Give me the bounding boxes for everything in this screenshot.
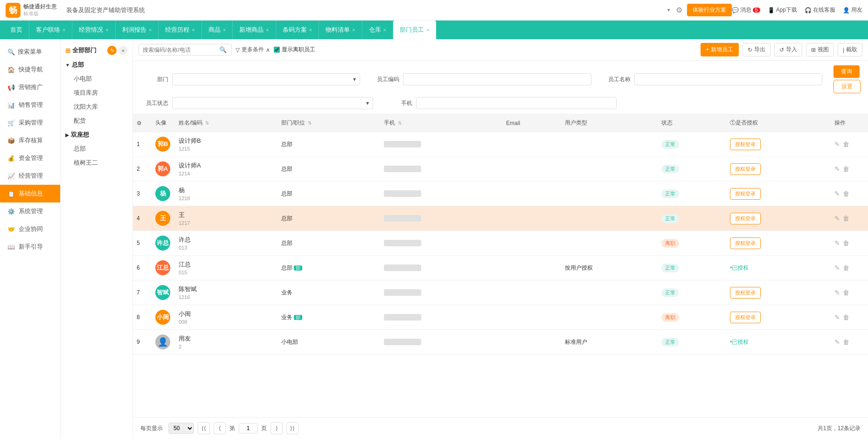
setup-btn[interactable]: 设置 — [833, 80, 861, 93]
message-btn[interactable]: 💬 消息 5 — [732, 6, 760, 14]
auth-login-btn[interactable]: 授权登录 — [730, 312, 761, 323]
sidebar-search[interactable]: 🔍 搜索菜单 — [0, 43, 60, 61]
search-input-wrap[interactable]: 🔍 — [139, 44, 232, 56]
nav-tab-部门员工[interactable]: 部门员工× — [393, 21, 436, 39]
col-phone[interactable]: 手机 ⇅ — [380, 114, 502, 132]
tab-close-icon[interactable]: × — [149, 27, 152, 33]
tab-close-icon[interactable]: × — [223, 27, 226, 33]
dept-child-植树王二[interactable]: 植树王二 — [61, 156, 132, 170]
dept-edit-icon[interactable]: ✎ — [107, 46, 117, 55]
delete-icon[interactable]: 🗑 — [843, 338, 849, 346]
nav-tab-条码方案[interactable]: 条码方案× — [276, 21, 319, 39]
tab-close-icon[interactable]: × — [192, 27, 194, 33]
search-submit-icon[interactable]: 🔍 — [219, 46, 227, 53]
delete-icon[interactable]: 🗑 — [843, 239, 849, 247]
edit-icon[interactable]: ✎ — [834, 239, 840, 247]
sidebar-item-经营管理[interactable]: 📈经营管理 — [0, 167, 60, 185]
edit-icon[interactable]: ✎ — [834, 190, 840, 197]
nav-tab-新增商品[interactable]: 新增商品× — [233, 21, 276, 39]
sidebar-item-快捷导航[interactable]: 🏠快捷导航 — [0, 61, 60, 78]
tab-close-icon[interactable]: × — [266, 27, 269, 33]
sidebar-item-基础信息[interactable]: 📋基础信息 — [0, 185, 60, 202]
delete-icon[interactable]: 🗑 — [843, 165, 849, 173]
tab-close-icon[interactable]: × — [426, 27, 429, 33]
show-resigned-input[interactable] — [274, 47, 280, 53]
tab-close-icon[interactable]: × — [62, 27, 65, 33]
dept-child-项目库房[interactable]: 项目库房 — [61, 86, 132, 100]
delete-icon[interactable]: 🗑 — [843, 215, 849, 222]
auth-login-btn[interactable]: 授权登录 — [730, 237, 761, 249]
nav-tab-利润报告[interactable]: 利润报告× — [116, 21, 159, 39]
tab-close-icon[interactable]: × — [352, 27, 355, 33]
auth-login-btn[interactable]: 授权登录 — [730, 213, 761, 224]
import-btn[interactable]: ↺ 导入 — [774, 43, 802, 56]
sidebar-item-采购管理[interactable]: 🛒采购管理 — [0, 114, 60, 132]
more-btn[interactable]: | 截取 — [838, 43, 862, 56]
show-resigned-checkbox[interactable]: 显示离职员工 — [274, 46, 315, 54]
last-page-btn[interactable]: ⟩⟩ — [286, 422, 299, 434]
tab-close-icon[interactable]: × — [383, 27, 386, 33]
online-service-btn[interactable]: 🎧 在线客服 — [805, 6, 835, 14]
nav-tab-首页[interactable]: 首页 — [4, 21, 29, 39]
nav-tab-商品[interactable]: 商品× — [202, 21, 233, 39]
dept-child-沈阳大库[interactable]: 沈阳大库 — [61, 100, 132, 114]
sidebar-item-新手引导[interactable]: 📖新手引导 — [0, 238, 60, 256]
page-size-select[interactable]: 50 20 100 — [168, 423, 194, 434]
sidebar-item-库存核算[interactable]: 📦库存核算 — [0, 132, 60, 149]
tab-close-icon[interactable]: × — [309, 27, 312, 33]
nav-tab-仓库[interactable]: 仓库× — [362, 21, 393, 39]
dept-collapse-icon[interactable]: « — [118, 46, 128, 55]
dept-child-小电部[interactable]: 小电部 — [61, 72, 132, 86]
page-input[interactable] — [239, 423, 257, 433]
phone-input[interactable] — [416, 97, 617, 109]
delete-icon[interactable]: 🗑 — [843, 314, 849, 321]
edit-icon[interactable]: ✎ — [834, 338, 840, 346]
first-page-btn[interactable]: ⟨⟨ — [198, 422, 210, 434]
delete-icon[interactable]: 🗑 — [843, 140, 849, 148]
dept-child-总部[interactable]: 总部 — [61, 142, 132, 156]
edit-icon[interactable]: ✎ — [834, 140, 840, 148]
sidebar-item-企业协同[interactable]: 🤝企业协同 — [0, 220, 60, 238]
nav-tab-经营情况[interactable]: 经营情况× — [72, 21, 115, 39]
edit-icon[interactable]: ✎ — [834, 289, 840, 296]
view-btn[interactable]: ⊞ 视图 — [806, 43, 834, 56]
dept-parent-总部[interactable]: ▼总部 — [61, 58, 132, 72]
edit-icon[interactable]: ✎ — [834, 314, 840, 321]
dept-parent-双座想[interactable]: ▶双座想 — [61, 128, 132, 142]
auth-login-btn[interactable]: 授权登录 — [730, 163, 761, 175]
auth-login-btn[interactable]: 授权登录 — [730, 287, 761, 299]
prev-page-btn[interactable]: ⟨ — [214, 422, 226, 434]
auth-login-btn[interactable]: 授权登录 — [730, 188, 761, 200]
nav-tab-客户联络[interactable]: 客户联络× — [29, 21, 72, 39]
export-btn[interactable]: ↻ 导出 — [743, 43, 771, 56]
filter-more-btn[interactable]: ▽ 更多条件 ∧ — [236, 46, 270, 54]
settings-icon[interactable]: ⚙ — [676, 6, 682, 14]
auth-login-btn[interactable]: 授权登录 — [730, 139, 761, 150]
app-download-btn[interactable]: 📱 App下载 — [768, 6, 797, 14]
emp-name-input[interactable] — [634, 73, 822, 85]
delete-icon[interactable]: 🗑 — [843, 289, 849, 296]
search-input[interactable] — [143, 47, 217, 53]
sidebar-item-销售管理[interactable]: 📊销售管理 — [0, 96, 60, 114]
sidebar-item-系统管理[interactable]: ⚙️系统管理 — [0, 202, 60, 220]
dept-select[interactable]: ▾ — [172, 73, 360, 85]
col-setting[interactable]: ⚙ — [133, 114, 152, 132]
nav-tab-经营历程[interactable]: 经营历程× — [159, 21, 201, 39]
tab-close-icon[interactable]: × — [105, 27, 108, 33]
user-btn[interactable]: 👤 用友 — [843, 6, 862, 14]
delete-icon[interactable]: 🗑 — [843, 264, 849, 272]
emp-code-input[interactable] — [403, 73, 591, 85]
delete-icon[interactable]: 🗑 — [843, 190, 849, 197]
edit-icon[interactable]: ✎ — [834, 215, 840, 222]
next-page-btn[interactable]: ⟩ — [271, 422, 283, 434]
emp-status-select[interactable]: ▾ — [172, 97, 373, 109]
col-name[interactable]: 姓名/编码 ⇅ — [175, 114, 278, 132]
edit-icon[interactable]: ✎ — [834, 264, 840, 272]
query-btn[interactable]: 查询 — [833, 65, 860, 78]
trial-button[interactable]: 体验行业方案 — [687, 4, 732, 16]
sidebar-item-营销推广[interactable]: 📢营销推广 — [0, 78, 60, 96]
system-title-dropdown[interactable]: ▼ — [667, 7, 671, 13]
sidebar-item-资金管理[interactable]: 💰资金管理 — [0, 149, 60, 167]
col-dept[interactable]: 部门/职位 ⇅ — [278, 114, 380, 132]
dept-child-配货[interactable]: 配货 — [61, 114, 132, 128]
